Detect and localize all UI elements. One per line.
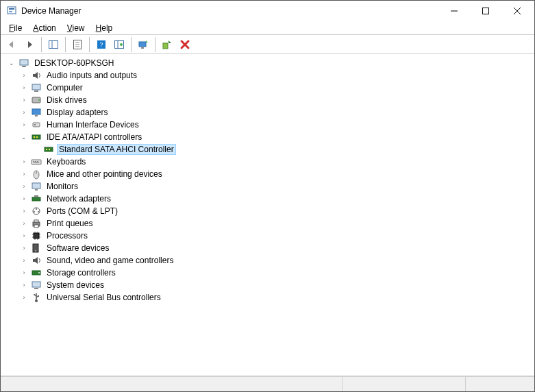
expand-collapse-icon[interactable]: › <box>20 207 28 215</box>
computer-icon <box>18 58 29 69</box>
category-label: Mice and other pointing devices <box>45 169 164 180</box>
software-icon <box>31 243 42 254</box>
expand-collapse-icon[interactable]: ⌄ <box>20 133 28 141</box>
expand-collapse-icon[interactable]: › <box>20 293 28 302</box>
svg-point-67 <box>38 272 40 273</box>
category-universal-serial-bus-controllers[interactable]: ›Universal Serial Bus controllers <box>20 291 533 304</box>
menu-file[interactable]: File <box>5 23 26 34</box>
category-processors[interactable]: ›Processors <box>20 230 533 242</box>
ide-icon <box>43 144 54 155</box>
category-system-devices[interactable]: ›System devices <box>20 279 533 291</box>
category-network-adapters[interactable]: ›Network adapters <box>20 193 533 205</box>
category-ide-ata-atapi-controllers[interactable]: ⌄IDE ATA/ATAPI controllers <box>20 131 533 143</box>
svg-rect-28 <box>35 115 38 117</box>
expand-collapse-icon[interactable]: ⌄ <box>8 59 16 67</box>
toolbar-separator <box>131 37 132 52</box>
category-label: Processors <box>45 230 90 241</box>
computer-icon <box>31 82 42 93</box>
expand-collapse-icon[interactable]: › <box>20 108 28 117</box>
svg-rect-24 <box>34 90 38 92</box>
svg-rect-30 <box>34 124 36 125</box>
print-icon <box>31 218 42 229</box>
uninstall-device-button[interactable] <box>177 36 193 53</box>
svg-rect-53 <box>34 220 38 222</box>
svg-point-26 <box>38 99 40 101</box>
close-button[interactable] <box>501 1 533 21</box>
tree-root[interactable]: ⌄ DESKTOP-60PKSGH <box>8 57 533 69</box>
expand-collapse-icon[interactable]: › <box>20 244 28 252</box>
svg-rect-27 <box>32 109 40 114</box>
category-computer[interactable]: ›Computer <box>20 82 533 94</box>
category-label: Sound, video and game controllers <box>45 255 175 266</box>
svg-point-17 <box>120 43 123 46</box>
category-display-adapters[interactable]: ›Display adapters <box>20 106 533 119</box>
properties-button[interactable] <box>69 36 86 53</box>
svg-rect-69 <box>34 288 38 289</box>
monitor-icon <box>31 181 42 192</box>
expand-collapse-icon[interactable]: › <box>20 232 28 240</box>
expand-collapse-icon[interactable]: › <box>20 182 28 191</box>
svg-rect-39 <box>35 161 36 162</box>
menu-action[interactable]: Action <box>29 23 60 34</box>
expand-collapse-icon[interactable]: › <box>20 256 28 265</box>
expand-collapse-icon[interactable]: › <box>20 84 28 92</box>
svg-rect-4 <box>483 8 489 14</box>
back-button[interactable] <box>3 36 20 53</box>
expand-collapse-icon[interactable]: › <box>20 269 28 277</box>
category-ports-com-lpt-[interactable]: ›Ports (COM & LPT) <box>20 205 533 217</box>
help-button[interactable]: ? <box>93 36 110 53</box>
category-human-interface-devices[interactable]: ›Human Interface Devices <box>20 119 533 131</box>
sound-icon <box>31 255 42 266</box>
scan-hardware-button[interactable] <box>135 36 151 53</box>
expand-collapse-icon[interactable]: › <box>20 158 28 166</box>
category-sound-video-and-game-controllers[interactable]: ›Sound, video and game controllers <box>20 254 533 267</box>
status-cell <box>343 377 466 391</box>
menu-view[interactable]: View <box>63 23 89 34</box>
ports-icon <box>31 206 42 217</box>
minimize-button[interactable] <box>438 1 470 21</box>
category-audio-inputs-and-outputs[interactable]: ›Audio inputs and outputs <box>20 69 533 82</box>
expand-collapse-icon[interactable]: › <box>20 96 28 104</box>
category-label: Storage controllers <box>45 267 118 278</box>
svg-rect-40 <box>37 161 38 162</box>
maximize-button[interactable] <box>470 1 501 21</box>
device-standard-sata-ahci-controller[interactable]: ›Standard SATA AHCI Controller <box>32 143 533 156</box>
category-disk-drives[interactable]: ›Disk drives <box>20 94 533 106</box>
enable-device-button[interactable] <box>159 36 175 53</box>
update-driver-button[interactable] <box>111 36 127 53</box>
svg-rect-33 <box>36 136 38 138</box>
svg-rect-47 <box>34 195 38 197</box>
svg-rect-44 <box>32 183 40 188</box>
audio-icon <box>31 70 42 81</box>
disk-icon <box>31 95 42 106</box>
category-software-devices[interactable]: ›Software devices <box>20 242 533 254</box>
category-mice-and-other-pointing-devices[interactable]: ›Mice and other pointing devices <box>20 168 533 180</box>
category-print-queues[interactable]: ›Print queues <box>20 217 533 230</box>
expand-collapse-icon[interactable]: › <box>20 195 28 203</box>
category-keyboards[interactable]: ›Keyboards <box>20 156 533 168</box>
svg-rect-41 <box>34 162 39 163</box>
expand-collapse-icon[interactable]: › <box>20 281 28 289</box>
svg-rect-36 <box>49 149 50 150</box>
svg-rect-22 <box>22 66 26 67</box>
device-tree[interactable]: ⌄ DESKTOP-60PKSGH ›Audio inputs and outp… <box>1 54 534 376</box>
svg-point-49 <box>36 208 37 210</box>
category-monitors[interactable]: ›Monitors <box>20 180 533 193</box>
category-label: Computer <box>45 82 85 93</box>
svg-rect-54 <box>34 225 38 228</box>
keyboard-icon <box>31 156 42 167</box>
category-storage-controllers[interactable]: ›Storage controllers <box>20 267 533 279</box>
svg-rect-32 <box>34 136 35 138</box>
window-controls <box>438 1 533 21</box>
toolbar: ? <box>1 35 534 54</box>
svg-rect-0 <box>8 7 16 14</box>
menu-help[interactable]: Help <box>92 23 117 34</box>
expand-collapse-icon[interactable]: › <box>20 121 28 129</box>
forward-button[interactable] <box>21 36 38 53</box>
mouse-icon <box>31 169 42 180</box>
expand-collapse-icon[interactable]: › <box>20 219 28 228</box>
show-hide-tree-button[interactable] <box>45 36 62 53</box>
svg-point-70 <box>35 299 38 302</box>
expand-collapse-icon[interactable]: › <box>20 71 28 79</box>
expand-collapse-icon[interactable]: › <box>20 170 28 178</box>
